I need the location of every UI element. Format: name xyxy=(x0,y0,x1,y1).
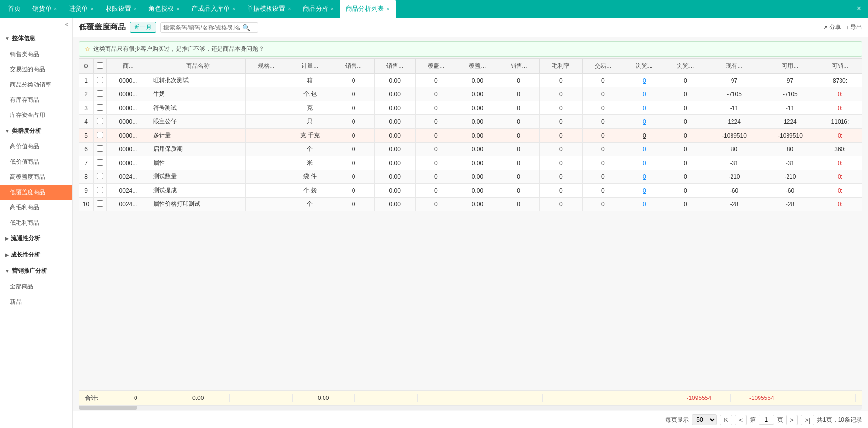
row-select-checkbox[interactable] xyxy=(97,77,103,83)
export-button[interactable]: ↓ 导出 xyxy=(846,23,862,31)
page-end-label: 页 xyxy=(777,416,783,424)
sidebar-item-stock-products[interactable]: 有库存商品 xyxy=(0,92,72,108)
footer-sellable xyxy=(793,394,856,402)
nav-close-template[interactable]: × xyxy=(288,6,291,12)
sidebar-item-high-margin[interactable]: 高毛利商品 xyxy=(0,200,72,215)
row-browse1[interactable]: 0 xyxy=(624,129,665,143)
horizontal-scrollbar[interactable] xyxy=(79,406,862,410)
scrollbar-thumb[interactable] xyxy=(79,406,137,410)
nav-template-settings[interactable]: 单据模板设置 × xyxy=(241,0,297,18)
nav-product-analysis-list[interactable]: 商品分析列表 × xyxy=(340,0,395,18)
row-select-checkbox[interactable] xyxy=(97,173,103,179)
nav-close-analysis[interactable]: × xyxy=(331,6,334,12)
row-checkbox[interactable] xyxy=(94,74,107,87)
row-checkbox[interactable] xyxy=(94,198,107,211)
row-select-checkbox[interactable] xyxy=(97,200,103,207)
col-checkbox[interactable] xyxy=(94,59,107,74)
sidebar-item-category-rate[interactable]: 商品分类动销率 xyxy=(0,77,72,92)
col-settings[interactable]: ⚙ xyxy=(79,59,94,74)
nav-purchase[interactable]: 进货单 × xyxy=(63,0,99,18)
row-available: 97 xyxy=(762,74,818,87)
row-checkbox[interactable] xyxy=(94,184,107,198)
nav-close-sales[interactable]: × xyxy=(54,6,57,12)
col-current: 现有... xyxy=(706,59,762,74)
first-page-button[interactable]: K xyxy=(720,415,732,425)
row-browse1[interactable]: 0 xyxy=(624,87,665,101)
settings-icon[interactable]: ⚙ xyxy=(83,63,89,70)
sidebar-item-traded-products[interactable]: 交易过的商品 xyxy=(0,62,72,77)
row-select-checkbox[interactable] xyxy=(97,104,103,111)
last-page-button[interactable]: >| xyxy=(801,415,814,425)
table-row: 5 0000... 多计量 克,千克 0 0.00 0 0.00 0 0 0 0… xyxy=(79,129,862,143)
sidebar-item-capital-occupation[interactable]: 库存资金占用 xyxy=(0,108,72,123)
next-page-button[interactable]: > xyxy=(786,415,798,425)
nav-close-role[interactable]: × xyxy=(176,6,179,12)
nav-sales-order[interactable]: 销货单 × xyxy=(27,0,63,18)
row-select-checkbox[interactable] xyxy=(97,187,103,193)
sidebar-section-marketing[interactable]: ▼ 营销推广分析 xyxy=(0,263,72,279)
row-no: 8 xyxy=(79,170,94,184)
row-browse1[interactable]: 0 xyxy=(624,115,665,129)
sidebar-section-overview[interactable]: ▼ 整体信息 xyxy=(0,30,72,47)
row-select-checkbox[interactable] xyxy=(97,159,103,166)
row-checkbox[interactable] xyxy=(94,129,107,143)
row-browse1[interactable]: 0 xyxy=(624,101,665,115)
nav-close-permission[interactable]: × xyxy=(134,6,136,12)
row-checkbox[interactable] xyxy=(94,115,107,129)
nav-product-analysis[interactable]: 商品分析 × xyxy=(297,0,340,18)
top-navigation: 首页 销货单 × 进货单 × 权限设置 × 角色授权 × 产成品入库单 × 单据… xyxy=(0,0,868,18)
row-no: 2 xyxy=(79,87,94,101)
share-button[interactable]: ↗ 分享 xyxy=(823,23,841,31)
sidebar-section-growth[interactable]: ▶ 成长性分析 xyxy=(0,247,72,263)
col-browse2: 浏览... xyxy=(665,59,706,74)
nav-close-analysis-list[interactable]: × xyxy=(386,6,389,12)
sidebar-item-low-coverage[interactable]: 低覆盖度商品 xyxy=(0,185,72,200)
sidebar-item-low-margin[interactable]: 低毛利商品 xyxy=(0,215,72,230)
section-arrow-cluster: ▼ xyxy=(5,128,10,134)
time-filter-button[interactable]: 近一月 xyxy=(130,22,156,33)
row-browse1[interactable]: 0 xyxy=(624,170,665,184)
row-available: -28 xyxy=(762,198,818,211)
row-select-checkbox[interactable] xyxy=(97,145,103,152)
col-sales3: 销售... xyxy=(498,59,539,74)
row-checkbox[interactable] xyxy=(94,101,107,115)
row-name: 多计量 xyxy=(150,129,245,143)
sidebar-item-high-coverage[interactable]: 高覆盖度商品 xyxy=(0,170,72,185)
select-all-checkbox[interactable] xyxy=(97,62,103,69)
nav-home[interactable]: 首页 xyxy=(2,0,27,18)
current-page-input[interactable] xyxy=(759,415,774,425)
row-browse1[interactable]: 0 xyxy=(624,184,665,198)
prev-page-button[interactable]: < xyxy=(735,415,747,425)
sidebar-item-low-value[interactable]: 低价值商品 xyxy=(0,154,72,170)
total-info: 共1页，10条记录 xyxy=(817,416,862,424)
row-checkbox[interactable] xyxy=(94,170,107,184)
row-browse1[interactable]: 0 xyxy=(624,156,665,170)
nav-close-storage[interactable]: × xyxy=(232,6,235,12)
row-no: 1 xyxy=(79,74,94,87)
nav-role-auth[interactable]: 角色授权 × xyxy=(142,0,185,18)
row-browse1[interactable]: 0 xyxy=(624,143,665,156)
row-browse1[interactable]: 0 xyxy=(624,74,665,87)
sidebar-item-high-value[interactable]: 高价值商品 xyxy=(0,139,72,154)
row-select-checkbox[interactable] xyxy=(97,118,103,124)
row-select-checkbox[interactable] xyxy=(97,90,103,97)
row-sales2: 0.00 xyxy=(374,156,415,170)
nav-product-storage[interactable]: 产成品入库单 × xyxy=(186,0,241,18)
row-checkbox[interactable] xyxy=(94,87,107,101)
nav-close-all-button[interactable]: × xyxy=(852,4,866,13)
nav-close-purchase[interactable]: × xyxy=(90,6,93,12)
search-input[interactable] xyxy=(163,24,242,31)
sidebar-section-cluster[interactable]: ▼ 类群度分析 xyxy=(0,123,72,139)
sidebar-item-sales-products[interactable]: 销售类商品 xyxy=(0,47,72,62)
row-select-checkbox[interactable] xyxy=(97,132,103,138)
nav-permission[interactable]: 权限设置 × xyxy=(100,0,142,18)
row-browse1[interactable]: 0 xyxy=(624,198,665,211)
sidebar-item-all-products[interactable]: 全部商品 xyxy=(0,279,72,294)
sidebar-section-circulation[interactable]: ▶ 流通性分析 xyxy=(0,230,72,247)
search-icon[interactable]: 🔍 xyxy=(242,24,250,31)
sidebar-item-new-products[interactable]: 新品 xyxy=(0,294,72,310)
row-checkbox[interactable] xyxy=(94,156,107,170)
page-size-select[interactable]: 50 100 200 xyxy=(692,414,717,425)
sidebar-collapse-button[interactable]: « xyxy=(0,18,72,30)
row-checkbox[interactable] xyxy=(94,143,107,156)
